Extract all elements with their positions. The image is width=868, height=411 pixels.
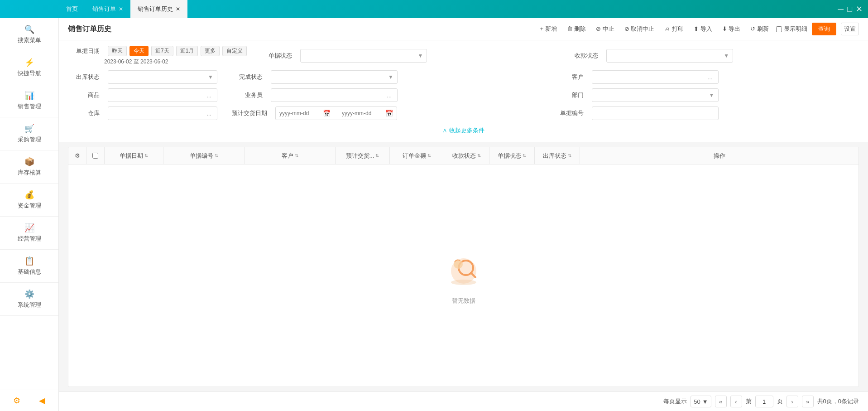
filter-row-1: 单据日期 昨天 今天 近7天 近1月 更多 自定义 2023-06-02 至 2…: [68, 46, 859, 66]
show-detail-input[interactable]: [776, 26, 782, 32]
sort-pay-status-icon[interactable]: ⇅: [477, 153, 481, 158]
warehouse-ellipsis[interactable]: ...: [205, 110, 213, 117]
pay-status-label: 收款状态: [566, 52, 603, 60]
window-controls: ─ □ ✕: [838, 4, 868, 14]
date-yesterday[interactable]: 昨天: [108, 46, 127, 56]
date-start-icon[interactable]: 📅: [323, 110, 331, 117]
sidebar-item-inventory[interactable]: 📦 库存核算: [0, 150, 58, 184]
dept-arrow: ▼: [709, 92, 715, 98]
tab-sales-order-history-close[interactable]: ✕: [176, 6, 180, 12]
bill-status-select[interactable]: ▼: [300, 49, 427, 63]
search-icon: 🔍: [24, 24, 34, 34]
goods-input[interactable]: ...: [108, 88, 217, 102]
sort-no-icon[interactable]: ⇅: [215, 153, 218, 158]
tab-sales-order-close[interactable]: ✕: [119, 6, 123, 12]
settings-button[interactable]: 设置: [841, 23, 859, 35]
system-icon: ⚙️: [24, 289, 34, 299]
date-custom[interactable]: 自定义: [222, 46, 247, 56]
sidebar-item-system[interactable]: ⚙️ 系统管理: [0, 283, 58, 316]
export-button[interactable]: ⬇ 导出: [719, 23, 743, 35]
warehouse-input[interactable]: ...: [108, 106, 217, 120]
complete-status-arrow: ▼: [388, 74, 393, 80]
tab-sales-order[interactable]: 销售订单 ✕: [85, 0, 130, 18]
customer-ellipsis[interactable]: ...: [706, 74, 715, 81]
sidebar-item-search[interactable]: 🔍 搜索菜单: [0, 18, 58, 51]
sidebar-item-quicknav[interactable]: ⚡ 快捷导航: [0, 51, 58, 84]
date-more[interactable]: 更多: [201, 46, 220, 56]
print-button[interactable]: 🖨 打印: [662, 23, 687, 35]
salesperson-input[interactable]: ...: [271, 88, 398, 102]
th-settings[interactable]: ⚙: [68, 147, 86, 164]
sidebar-item-purchase[interactable]: 🛒 采购管理: [0, 117, 58, 150]
customer-input[interactable]: ...: [592, 70, 719, 84]
dept-select[interactable]: ▼: [592, 88, 719, 102]
stop-button[interactable]: ⊘ 中止: [593, 23, 617, 35]
cancel-stop-button[interactable]: ⊘ 取消中止: [622, 23, 657, 35]
salesperson-label: 业务员: [231, 91, 267, 99]
bill-no-input[interactable]: [592, 106, 719, 120]
finance-icon: 💰: [24, 190, 34, 200]
th-check: [86, 147, 105, 164]
expected-date-range: 📅 — 📅: [275, 106, 397, 120]
collapse-sidebar-icon[interactable]: ◀: [39, 396, 45, 406]
settings-bottom-icon[interactable]: ⚙: [13, 396, 20, 406]
import-button[interactable]: ⬆ 导入: [691, 23, 715, 35]
date-group: 昨天 今天 近7天 近1月 更多 自定义: [108, 46, 247, 56]
last-page-btn[interactable]: »: [802, 396, 814, 407]
sidebar: 🔍 搜索菜单 ⚡ 快捷导航 📊 销售管理 🛒 采购管理 📦 库存核算 💰 资金管…: [0, 18, 59, 411]
inventory-icon: 📦: [24, 157, 34, 167]
bill-no-field[interactable]: [596, 110, 715, 117]
pay-status-select[interactable]: ▼: [606, 49, 733, 63]
prev-page-btn[interactable]: ‹: [730, 396, 742, 407]
date-month[interactable]: 近1月: [176, 46, 198, 56]
sidebar-item-sales[interactable]: 📊 销售管理: [0, 84, 58, 117]
sort-out-status-icon[interactable]: ⇅: [568, 153, 571, 158]
sort-amount-icon[interactable]: ⇅: [427, 153, 431, 158]
empty-illustration: [441, 246, 486, 291]
sidebar-item-basic-info[interactable]: 📋 基础信息: [0, 250, 58, 283]
sort-delivery-icon[interactable]: ⇅: [375, 153, 379, 158]
first-page-btn[interactable]: «: [715, 396, 727, 407]
bill-status-label: 单据状态: [260, 52, 297, 60]
filter-date-section: 单据日期 昨天 今天 近7天 近1月 更多 自定义 2023-06-02 至 2…: [68, 46, 247, 66]
th-customer: 客户 ⇅: [245, 147, 336, 164]
date-7days[interactable]: 近7天: [151, 46, 173, 56]
basic-info-icon: 📋: [24, 256, 34, 266]
tab-home[interactable]: 首页: [59, 0, 85, 18]
collapse-filter-row[interactable]: ∧ 收起更多条件: [68, 125, 859, 136]
out-status-arrow: ▼: [208, 74, 213, 80]
tab-sales-order-history[interactable]: 销售订单历史 ✕: [130, 0, 187, 18]
show-detail-checkbox[interactable]: 显示明细: [776, 25, 807, 33]
sort-bill-status-icon[interactable]: ⇅: [523, 153, 526, 158]
page-input[interactable]: [755, 396, 773, 407]
delete-button[interactable]: 🗑 删除: [564, 23, 589, 35]
sort-date-icon[interactable]: ⇅: [144, 153, 148, 158]
salesperson-ellipsis[interactable]: ...: [385, 92, 393, 99]
sidebar-item-operations[interactable]: 📈 经营管理: [0, 217, 58, 250]
date-today[interactable]: 今天: [129, 46, 149, 56]
bill-status-arrow: ▼: [417, 53, 423, 59]
goods-ellipsis[interactable]: ...: [205, 92, 213, 99]
date-end-icon[interactable]: 📅: [385, 110, 393, 117]
maximize-icon[interactable]: □: [847, 5, 852, 14]
refresh-button[interactable]: ↺ 刷新: [748, 23, 772, 35]
next-page-btn[interactable]: ›: [786, 396, 798, 407]
per-page-select[interactable]: 50 ▼: [691, 396, 711, 407]
page-suffix: 页: [777, 397, 783, 406]
empty-state: 暂无数据: [441, 246, 486, 305]
window-close-icon[interactable]: ✕: [856, 4, 863, 14]
dept-label: 部门: [552, 91, 588, 99]
out-status-select[interactable]: ▼: [108, 70, 217, 84]
date-range-text: 2023-06-02 至 2023-06-02: [104, 58, 168, 66]
select-all-checkbox[interactable]: [92, 153, 98, 159]
expected-date-end[interactable]: [342, 110, 383, 116]
sort-customer-icon[interactable]: ⇅: [295, 153, 298, 158]
expected-date-start[interactable]: [279, 110, 320, 116]
query-button[interactable]: 查询: [812, 23, 836, 35]
purchase-icon: 🛒: [24, 124, 34, 134]
minimize-icon[interactable]: ─: [838, 5, 844, 14]
new-button[interactable]: + 新增: [537, 23, 559, 35]
empty-text: 暂无数据: [452, 297, 475, 305]
complete-status-select[interactable]: ▼: [271, 70, 398, 84]
sidebar-item-finance[interactable]: 💰 资金管理: [0, 184, 58, 217]
